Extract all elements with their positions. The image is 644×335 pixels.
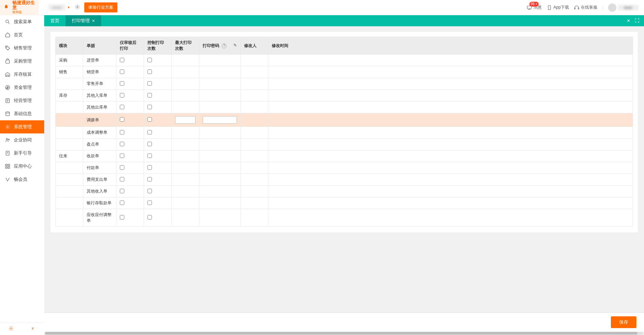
app-download-link[interactable]: App下载	[547, 4, 569, 10]
sidebar-item-9[interactable]: 企业协同	[0, 133, 44, 147]
fullscreen-icon[interactable]	[634, 18, 640, 24]
th-doc: 单据	[83, 37, 116, 55]
cell-editor	[241, 127, 268, 139]
sidebar-item-7[interactable]: 基础信息	[0, 107, 44, 120]
brand: 畅捷通好生意 精易版	[0, 0, 39, 15]
tab-label: 打印管理	[72, 18, 90, 24]
cell-pw	[199, 66, 241, 78]
audited-checkbox[interactable]	[120, 165, 124, 170]
cell-pw	[199, 127, 241, 139]
cell-audited	[116, 127, 144, 139]
sidebar-item-4[interactable]: 库存核算	[0, 68, 44, 81]
sidebar-item-0[interactable]: 搜索菜单	[0, 15, 44, 28]
audited-checkbox[interactable]	[120, 105, 124, 109]
tab-close-icon[interactable]: ✕	[92, 19, 95, 23]
limit-checkbox[interactable]	[147, 177, 152, 182]
tab-close-all-icon[interactable]: ✕	[627, 18, 630, 23]
sidebar-settings-icon[interactable]	[0, 323, 22, 335]
sidebar-item-label: 资金管理	[14, 84, 32, 91]
sidebar-item-1[interactable]: 首页	[0, 28, 44, 41]
cell-editor	[241, 102, 268, 113]
th-editor: 修改人	[241, 37, 268, 55]
messages-link[interactable]: 99 + 消息	[527, 4, 542, 10]
save-button[interactable]: 保存	[611, 316, 636, 328]
audited-checkbox[interactable]	[120, 201, 124, 205]
messages-badge: 99 +	[529, 2, 539, 7]
audited-checkbox[interactable]	[120, 81, 124, 86]
tenant-selector[interactable]: xxxx ▾	[46, 3, 73, 12]
limit-checkbox[interactable]	[147, 142, 152, 146]
limit-checkbox[interactable]	[147, 105, 152, 109]
max-input[interactable]	[175, 116, 195, 124]
cell-module	[56, 139, 83, 150]
cell-editor	[241, 66, 268, 78]
cell-time	[268, 102, 633, 113]
svg-point-11	[7, 126, 8, 128]
audited-checkbox[interactable]	[120, 215, 124, 220]
sidebar-collapse-icon[interactable]	[22, 323, 44, 335]
limit-checkbox[interactable]	[147, 130, 152, 134]
cell-max	[172, 102, 199, 113]
report-icon	[5, 98, 10, 103]
sidebar-item-8[interactable]: 系统管理	[0, 120, 44, 133]
help-icon[interactable]: ?	[222, 44, 227, 48]
sidebar-item-12[interactable]: 畅会员	[0, 173, 44, 186]
tenant-settings-icon[interactable]	[75, 4, 80, 11]
cell-time	[268, 186, 633, 197]
sidebar-item-5[interactable]: 资金管理	[0, 81, 44, 94]
cell-time	[268, 197, 633, 209]
audited-checkbox[interactable]	[120, 177, 124, 182]
limit-checkbox[interactable]	[147, 189, 152, 193]
cell-doc: 其他收入单	[83, 186, 116, 197]
cell-module: 销售	[56, 66, 83, 78]
audited-checkbox[interactable]	[120, 93, 124, 97]
limit-checkbox[interactable]	[147, 81, 152, 86]
edit-column-icon[interactable]: ✎	[233, 43, 237, 48]
audited-checkbox[interactable]	[120, 69, 124, 74]
sidebar-item-10[interactable]: 新手引导	[0, 147, 44, 160]
horizontal-scrollbar[interactable]	[44, 332, 644, 335]
audited-checkbox[interactable]	[120, 117, 124, 122]
audited-checkbox[interactable]	[120, 142, 124, 146]
avatar-icon	[608, 3, 616, 12]
th-audited: 仅审核后打印	[116, 37, 144, 55]
wallet-icon	[5, 85, 10, 90]
tab-0[interactable]: 首页	[44, 15, 66, 26]
app-download-label: App下载	[554, 4, 569, 10]
limit-checkbox[interactable]	[147, 215, 152, 220]
table-row: 往来收款单	[56, 150, 633, 162]
cell-time	[268, 139, 633, 150]
sidebar-item-11[interactable]: 应用中心	[0, 160, 44, 173]
print-settings-table: 模块 单据 仅审核后打印 控制打印次数 最大打印次数 打印密码 ? ✎ 修改人	[55, 37, 633, 227]
audited-checkbox[interactable]	[120, 153, 124, 158]
limit-checkbox[interactable]	[147, 153, 152, 158]
grid-icon	[5, 164, 10, 169]
cell-max	[172, 66, 199, 78]
limit-checkbox[interactable]	[147, 165, 152, 170]
pw-input[interactable]	[203, 116, 237, 124]
limit-checkbox[interactable]	[147, 69, 152, 74]
sidebar-item-label: 畅会员	[14, 176, 27, 183]
customer-service-link[interactable]: 在线客服	[574, 4, 597, 10]
table-row: 其他出库单	[56, 102, 633, 113]
cell-limit	[144, 90, 172, 102]
limit-checkbox[interactable]	[147, 93, 152, 97]
tab-1[interactable]: 打印管理✕	[66, 15, 101, 26]
sidebar-item-6[interactable]: 经营管理	[0, 94, 44, 107]
audited-checkbox[interactable]	[120, 58, 124, 62]
sidebar-item-3[interactable]: 采购管理	[0, 55, 44, 68]
cell-limit	[144, 150, 172, 162]
sidebar-item-2[interactable]: 销售管理	[0, 41, 44, 55]
limit-checkbox[interactable]	[147, 201, 152, 205]
industry-cta-button[interactable]: 体验行业方案	[84, 2, 117, 12]
cell-module	[56, 174, 83, 186]
cell-doc: 其他入库单	[83, 90, 116, 102]
audited-checkbox[interactable]	[120, 130, 124, 134]
audited-checkbox[interactable]	[120, 189, 124, 193]
cell-editor	[241, 174, 268, 186]
svg-rect-18	[8, 167, 10, 168]
cell-editor	[241, 90, 268, 102]
limit-checkbox[interactable]	[147, 117, 152, 122]
user-menu[interactable]: xxxx	[608, 3, 638, 12]
limit-checkbox[interactable]	[147, 58, 152, 62]
